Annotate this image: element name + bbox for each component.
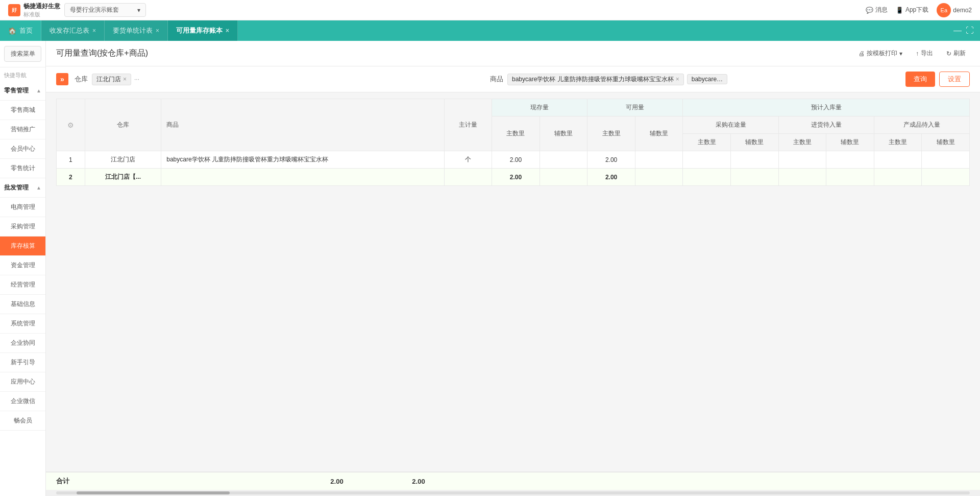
sidebar-item-finance[interactable]: 资金管理 (0, 256, 45, 275)
filter-actions: 查询 设置 (905, 72, 970, 87)
total-current-main: 2.00 (316, 478, 357, 485)
cell-inb-main-2 (778, 169, 826, 186)
sidebar-item-wholesale-mgmt[interactable]: 批发管理 ▲ (0, 178, 45, 198)
warehouse-filter-tags: 江北门店 × ··· (92, 74, 484, 85)
tab-order-stat[interactable]: 要货单统计表 × (105, 20, 168, 41)
total-label: 合计 (56, 477, 117, 486)
cell-avail-main-2: 2.00 (587, 169, 635, 186)
col-forecast-group: 预计入库量 (683, 99, 970, 116)
app-download-button[interactable]: 📱 App下载 (896, 6, 928, 14)
settings-button[interactable]: 设置 (939, 72, 970, 87)
cell-avail-main: 2.00 (587, 151, 635, 169)
content-area: 可用量查询(按仓库+商品) 🖨 按模板打印 ▾ ↑ 导出 ↻ 刷新 » (46, 41, 980, 496)
col-warehouse: 仓库 (85, 99, 161, 151)
expand-filter-button[interactable]: » (56, 73, 68, 85)
col-main-unit: 主计量 (444, 99, 492, 151)
col-current-main: 主数里 (492, 116, 540, 151)
tab-home[interactable]: 🏠 首页 (0, 20, 41, 41)
sidebar-search-button[interactable]: 搜索菜单 (4, 46, 41, 62)
sidebar-item-wechat[interactable]: 企业微信 (0, 392, 45, 411)
sidebar-item-purchase[interactable]: 采购管理 (0, 217, 45, 237)
horizontal-scrollbar[interactable] (46, 490, 980, 496)
print-chevron-icon: ▾ (899, 50, 902, 57)
col-inbound-main: 主数里 (778, 134, 826, 151)
tab-maximize-icon[interactable]: ⛶ (966, 26, 974, 35)
sidebar-item-retail-mall[interactable]: 零售商城 (0, 101, 45, 120)
top-bar: 好 畅捷通好生意 标准版 母婴行业演示账套 ▾ 💬 消息 📱 App下载 Ea … (0, 0, 980, 20)
sidebar-item-basic[interactable]: 基础信息 (0, 295, 45, 314)
warehouse-filter-group: 仓库 江北门店 × ··· (75, 74, 484, 85)
col-inbound-group: 进货待入量 (778, 116, 874, 134)
tab-minimize-icon[interactable]: — (953, 26, 962, 35)
product-filter-tags: babycare学饮杯 儿童防摔防撞吸管杯重力球吸嘴杯宝宝水杯 × babyca… (507, 74, 899, 85)
user-name: demo2 (953, 7, 972, 14)
remove-product-tag-1[interactable]: × (676, 76, 679, 83)
refresh-button[interactable]: ↻ 刷新 (942, 47, 970, 60)
scroll-thumb[interactable] (77, 491, 230, 494)
export-button[interactable]: ↑ 导出 (912, 47, 937, 60)
sidebar-item-apps[interactable]: 应用中心 (0, 372, 45, 392)
page-header: 可用量查询(按仓库+商品) 🖨 按模板打印 ▾ ↑ 导出 ↻ 刷新 (46, 41, 980, 66)
store-selector[interactable]: 母婴行业演示账套 ▾ (64, 3, 146, 17)
col-available-aux: 辅数里 (635, 116, 683, 151)
col-settings[interactable]: ⚙ (57, 99, 85, 151)
message-button[interactable]: 💬 消息 (866, 6, 888, 14)
home-icon: 🏠 (8, 27, 16, 35)
sidebar-item-inventory[interactable]: 库存核算 (0, 237, 45, 256)
scroll-track (56, 491, 970, 494)
sidebar-item-system[interactable]: 系统管理 (0, 314, 45, 334)
tab-available[interactable]: 可用量库存账本 × (168, 20, 238, 41)
tab-close-receive[interactable]: × (92, 27, 96, 34)
cell-inb-aux (826, 151, 874, 169)
sidebar-item-retail-mgmt[interactable]: 零售管理 ▲ (0, 81, 45, 101)
query-button[interactable]: 查询 (905, 72, 935, 87)
tab-close-available[interactable]: × (226, 27, 229, 34)
user-menu[interactable]: Ea demo2 (937, 3, 972, 17)
cell-warehouse-2: 江北门店【... (85, 169, 161, 186)
total-bar: 合计 2.00 2.00 (46, 471, 980, 490)
top-bar-left: 好 畅捷通好生意 标准版 母婴行业演示账套 ▾ (8, 2, 146, 18)
cell-prod-main-2 (874, 169, 922, 186)
logo-icon: 好 (8, 4, 20, 16)
warehouse-filter-label: 仓库 (75, 75, 88, 84)
cell-product: babycare学饮杯 儿童防摔防撞吸管杯重力球吸嘴杯宝宝水杯 (161, 151, 444, 169)
cell-avail-aux-2 (635, 169, 683, 186)
message-icon: 💬 (866, 7, 873, 14)
print-template-button[interactable]: 🖨 按模板打印 ▾ (854, 47, 906, 60)
sidebar-item-marketing[interactable]: 营销推广 (0, 120, 45, 139)
sidebar-item-retail-stat[interactable]: 零售统计 (0, 159, 45, 178)
cell-unit: 个 (444, 151, 492, 169)
sidebar-item-newbie[interactable]: 新手引导 (0, 353, 45, 372)
sidebar-item-enterprise[interactable]: 企业协同 (0, 334, 45, 353)
remove-warehouse-tag[interactable]: × (123, 76, 127, 83)
sidebar-item-member[interactable]: 会员中心 (0, 139, 45, 159)
sidebar-item-ecommerce[interactable]: 电商管理 (0, 198, 45, 217)
logo-area: 好 畅捷通好生意 标准版 (8, 2, 60, 18)
cell-num-2: 2 (57, 169, 85, 186)
cell-inb-main (778, 151, 826, 169)
sidebar-item-ops[interactable]: 经营管理 (0, 275, 45, 295)
tab-close-order[interactable]: × (156, 27, 159, 34)
sidebar: 搜索菜单 快捷导航 零售管理 ▲ 零售商城 营销推广 会员中心 零售统计 批发管… (0, 41, 46, 496)
product-tag-1: babycare学饮杯 儿童防摔防撞吸管杯重力球吸嘴杯宝宝水杯 × (507, 74, 684, 85)
cell-current-main: 2.00 (492, 151, 540, 169)
sidebar-item-member2[interactable]: 畅会员 (0, 411, 45, 431)
cell-num: 1 (57, 151, 85, 169)
warehouse-tag: 江北门店 × (92, 74, 131, 85)
chevron-icon: ▲ (36, 88, 41, 93)
template-label: 标准版 (23, 11, 60, 18)
cell-prod-main (874, 151, 922, 169)
tab-receive[interactable]: 收发存汇总表 × (41, 20, 105, 41)
warehouse-more[interactable]: ··· (134, 76, 139, 83)
cell-pur-main-2 (683, 169, 731, 186)
product-filter-group: 商品 babycare学饮杯 儿童防摔防撞吸管杯重力球吸嘴杯宝宝水杯 × bab… (490, 74, 899, 85)
product-filter-label: 商品 (490, 75, 503, 84)
col-product: 商品 (161, 99, 444, 151)
cell-pur-main (683, 151, 731, 169)
col-available-group: 可用量 (587, 99, 683, 116)
col-current-aux: 辅数里 (540, 116, 587, 151)
col-pur-transit-aux: 辅数里 (731, 134, 779, 151)
table-row: 1 江北门店 babycare学饮杯 儿童防摔防撞吸管杯重力球吸嘴杯宝宝水杯 个… (57, 151, 970, 169)
table-container: ⚙ 仓库 商品 主计量 现存量 可用量 预计入库量 主数里 辅数里 主数里 辅数… (46, 92, 980, 471)
page-actions: 🖨 按模板打印 ▾ ↑ 导出 ↻ 刷新 (854, 47, 970, 60)
